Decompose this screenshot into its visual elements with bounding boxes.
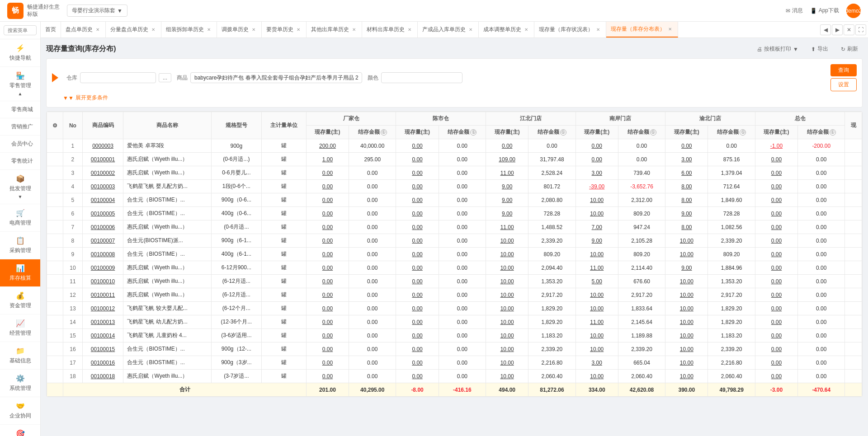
tab-other-out[interactable]: 其他出库单历史 ✕ [307, 22, 362, 38]
export-btn[interactable]: ⬆ 导出 [807, 43, 833, 55]
col-yubeimen-qty: 现存量(主) [665, 126, 708, 139]
setting-btn[interactable]: 设置 [830, 78, 857, 91]
search-btn[interactable]: 查询 [830, 64, 857, 76]
tab-close-icon[interactable]: ✕ [351, 27, 357, 33]
cell-total-qty: 0.00 [755, 248, 797, 261]
tab-home[interactable]: 首页 [41, 22, 61, 38]
cell-unit: 罐 [261, 153, 306, 166]
expand-triangle[interactable] [52, 73, 61, 82]
info-icon[interactable]: ① [830, 129, 836, 136]
user-avatar[interactable]: demo2 [846, 4, 861, 18]
cell-no: 16 [63, 342, 83, 356]
search-row: 仓库 ... 商品 颜色 查询 设置 [52, 64, 857, 91]
cell-factory-qty: 1.00 [306, 153, 349, 166]
sidebar-item-member[interactable]: 会员中心 [0, 136, 40, 153]
tab-next-btn[interactable]: ▶ [832, 24, 843, 35]
warehouse-ellipsis-btn[interactable]: ... [159, 73, 171, 82]
sidebar-search-input[interactable] [4, 25, 37, 35]
col-nanan-qty: 现存量(主) [576, 126, 618, 139]
tab-close-icon[interactable]: ✕ [250, 27, 257, 33]
sidebar-item-wholesale[interactable]: 📦 批发管理 ▼ [0, 170, 40, 204]
cell-name: 惠氏启赋（Wyeth illu...） [123, 166, 212, 180]
sidebar-item-retail-stat[interactable]: 零售统计 [0, 153, 40, 170]
sidebar-item-guide[interactable]: 🎯 新手引导 [0, 425, 40, 436]
app-download-btn[interactable]: 📱 App下载 [810, 7, 839, 14]
message-btn[interactable]: ✉ 消息 [786, 7, 803, 14]
cell-total-amt: 0.00 [798, 166, 845, 180]
info-icon[interactable]: ① [650, 129, 656, 136]
tab-close-icon[interactable]: ✕ [595, 27, 601, 33]
cell-code: 00100010 [82, 275, 123, 288]
tab-close-icon[interactable]: ✕ [150, 27, 156, 33]
tab-close-icon[interactable]: ✕ [295, 27, 302, 33]
tab-close-icon[interactable]: ✕ [467, 27, 474, 33]
cell-factory-amt: 0.00 [349, 356, 396, 370]
col-no-header: No [63, 112, 83, 139]
tab-adjust[interactable]: 调拨单历史 ✕ [217, 22, 262, 38]
sidebar-item-ecommerce[interactable]: 🛒 电商管理 [0, 204, 40, 232]
summary-nanan-amt: 42,620.08 [618, 383, 665, 397]
print-btn[interactable]: 🖨 按模板打印 ▼ [752, 43, 803, 55]
sidebar-item-nav[interactable]: ⚡ 快捷导航 [0, 39, 40, 67]
tab-expand-btn[interactable]: ⛶ [855, 24, 866, 35]
sidebar-item-ops[interactable]: 📈 经营管理 [0, 314, 40, 342]
sidebar-item-corp[interactable]: 🤝 企业协同 [0, 397, 40, 425]
industry-selector[interactable]: 母婴行业演示陈套 ▼ [67, 5, 127, 17]
cell-factory-amt: 0.00 [349, 275, 396, 288]
cell-jiangbei-qty: 9.00 [486, 193, 528, 207]
cell-total-amt: 0.00 [798, 370, 845, 383]
cell-chenshi-qty: 0.00 [396, 356, 439, 370]
cell-factory-amt: 0.00 [349, 248, 396, 261]
sidebar-item-marketing[interactable]: 营销推广 [0, 118, 40, 136]
tab-product-in[interactable]: 产成品入库单历史 ✕ [418, 22, 479, 38]
table-row: 18 00100018 惠氏启赋（Wyeth illu...） (3-7岁适..… [47, 370, 862, 383]
expand-more-btn[interactable]: ▼▼ 展开更多条件 [63, 94, 857, 102]
tab-close-all-btn[interactable]: ✕ [844, 24, 854, 35]
sidebar-item-inventory[interactable]: 📊 库存核算 [0, 259, 40, 287]
info-icon[interactable]: ① [560, 129, 566, 136]
tab-inventory-check[interactable]: 盘点单历史 ✕ [61, 22, 106, 38]
cell-nanan-amt: 809.20 [618, 207, 665, 220]
color-input[interactable] [381, 72, 462, 83]
cell-jiangbei-qty: 10.00 [486, 261, 528, 275]
tab-stock-dist[interactable]: 现存量（库存分布表） ✕ [606, 22, 678, 38]
tab-split-dismantle[interactable]: 组装拆卸单历史 ✕ [161, 22, 217, 38]
tab-close-icon[interactable]: ✕ [667, 26, 673, 33]
sidebar-item-purchase[interactable]: 📋 采购管理 [0, 232, 40, 259]
sidebar-item-basic[interactable]: 📁 基础信息 [0, 342, 40, 370]
tab-stock-status[interactable]: 现存量（库存状况表） ✕ [534, 22, 606, 38]
col-nanan-amt: 结存金额① [618, 126, 665, 139]
tab-close-icon[interactable]: ✕ [206, 27, 212, 33]
tab-cost-adjust[interactable]: 成本调整单历史 ✕ [479, 22, 534, 38]
col-settings[interactable]: ⚙ [47, 112, 63, 139]
sidebar-item-system[interactable]: ⚙️ 系统管理 [0, 370, 40, 397]
tab-prev-btn[interactable]: ◀ [820, 24, 831, 35]
cell-total-qty: 0.00 [755, 288, 797, 302]
refresh-btn[interactable]: ↻ 刷新 [836, 43, 863, 55]
tab-close-icon[interactable]: ✕ [523, 27, 529, 33]
info-icon[interactable]: ① [381, 129, 387, 136]
info-icon[interactable]: ① [470, 129, 476, 136]
info-icon[interactable]: ① [740, 129, 746, 136]
cell-total-amt: -200.00 [798, 139, 845, 153]
tab-split-inventory[interactable]: 分量盘点单历史 ✕ [106, 22, 161, 38]
cell-name: 惠氏启赋（Wyeth illu...） [123, 370, 212, 383]
sidebar-item-finance[interactable]: 💰 资金管理 [0, 287, 40, 314]
table-row: 6 00100005 合生元（BIOSTIME）... 400g（0-6... … [47, 207, 862, 220]
cell-total-qty: 0.00 [755, 315, 797, 329]
sidebar-item-retail[interactable]: 🏪 零售管理 ▲ [0, 67, 40, 101]
sidebar-item-retail-shop[interactable]: 零售商城 [0, 101, 40, 118]
tab-close-icon[interactable]: ✕ [406, 27, 413, 33]
cell-code: 00100007 [82, 234, 123, 248]
tab-material-out[interactable]: 材料出库单历史 ✕ [362, 22, 418, 38]
tab-close-icon[interactable]: ✕ [94, 27, 101, 33]
cell-jiangbei-amt: 801.72 [528, 180, 576, 193]
cell-chenshi-amt: 0.00 [439, 329, 486, 342]
expand-triangle-icon[interactable] [52, 73, 58, 82]
cell-jiangbei-amt: 2,060.40 [528, 370, 576, 383]
tab-order[interactable]: 要货单历史 ✕ [262, 22, 307, 38]
cell-code: 00100001 [82, 153, 123, 166]
cell-name: 合生元（BIOSTIME）... [123, 207, 212, 220]
warehouse-input[interactable] [80, 72, 156, 83]
goods-input[interactable] [190, 72, 362, 83]
